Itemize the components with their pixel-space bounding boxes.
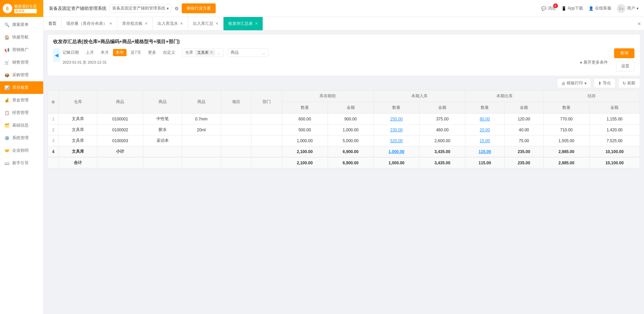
date-filter-this-month[interactable]: 本月 [98, 49, 112, 56]
col-settings-header[interactable]: ⚙ [48, 90, 59, 114]
out-qty-cell[interactable]: 20.00 [465, 125, 505, 135]
query-button[interactable]: 查询 [614, 48, 634, 58]
close-icon[interactable]: ✕ [180, 21, 183, 26]
sales-icon: 🛒 [4, 60, 10, 65]
system-selector[interactable]: 装备及固定资产辅助管理系统 ▾ [109, 4, 172, 13]
date-filter-custom[interactable]: 自定义 [160, 49, 178, 56]
table-actions: 🖨 模板打印 ▾ ⬆ 导出 ↻ 刷新 [48, 78, 640, 88]
remove-warehouse-icon[interactable]: ✕ [210, 50, 213, 55]
phone-icon: 📱 [561, 6, 566, 11]
out-qty-cell[interactable]: 80.00 [465, 114, 505, 125]
main-area: 装备及固定资产辅助管理系统 装备及固定资产辅助管理系统 ▾ ⚙ 体验行业方案 💬… [44, 0, 644, 314]
tab-flow[interactable]: 出入库流水 ✕ [153, 17, 188, 31]
close-icon[interactable]: ✕ [215, 21, 218, 26]
close-icon[interactable]: ✕ [255, 21, 258, 26]
department-cell [251, 114, 282, 125]
in-qty-cell[interactable]: 520.00 [374, 135, 419, 146]
tab-recv-send[interactable]: 收发存汇总表 ✕ [224, 17, 263, 31]
print-button[interactable]: 🖨 模板打印 ▾ [557, 78, 591, 88]
tab-stock-dist[interactable]: 现存量（库存分布表） ✕ [62, 17, 117, 31]
user-menu[interactable]: Ea 用户 ▾ [617, 4, 639, 13]
footer-closing-qty: 2,985.00 [543, 157, 589, 168]
sidebar-item-quick-nav[interactable]: 🏠 快捷导航 [0, 31, 43, 44]
sidebar-item-business[interactable]: 📋 经营管理 [0, 106, 43, 119]
col-opening-header: 库存期初 [282, 90, 374, 102]
sidebar-item-basic[interactable]: 🗂️ 基础信息 [0, 119, 43, 132]
more-product-icon[interactable]: ... [262, 50, 265, 55]
date-filter-last-month[interactable]: 上月 [83, 49, 97, 56]
tab-home[interactable]: 首页 [44, 17, 62, 31]
user-avatar: Ea [617, 4, 626, 13]
print-icon: 🖨 [561, 81, 565, 86]
chevron-down-icon: ▾ [584, 81, 587, 86]
col-closing-header: 结存 [543, 90, 640, 102]
tab-batch[interactable]: 库存批次账 ✕ [117, 17, 153, 31]
closing-qty-cell: 1,505.00 [543, 135, 589, 146]
col-in-header: 本期入库 [374, 90, 465, 102]
subtotal-out-amount: 235.00 [505, 146, 544, 158]
subtotal-opening-qty: 2,100.00 [282, 146, 328, 158]
settings-button[interactable]: 设置 [616, 61, 634, 71]
date-filter-more[interactable]: 更多 [145, 49, 159, 56]
subtotal-out-qty[interactable]: 115.00 [465, 146, 505, 158]
sidebar-item-guide[interactable]: 📖 新手引导 [0, 157, 43, 169]
sidebar-item-search[interactable]: 🔍 搜索菜单 [0, 18, 43, 31]
sidebar-item-finance[interactable]: 💰 资金管理 [0, 94, 43, 106]
finance-icon: 💰 [4, 98, 10, 103]
expand-conditions-button[interactable]: ▾ 展开更多条件 [580, 60, 608, 65]
close-all-tabs-button[interactable]: ✕ [634, 20, 644, 28]
data-table: ⚙ 仓库 商品 商品 商品 项目 部门 库存期初 本期入库 本期出库 结存 数量 [48, 90, 640, 168]
service-icon: 👤 [589, 6, 594, 11]
row-num: 1 [48, 114, 59, 125]
col-opening-amount-header: 金额 [328, 102, 374, 114]
date-filter-7days[interactable]: 近7天 [128, 49, 144, 56]
col-opening-qty-header: 数量 [282, 102, 328, 114]
settings-icon[interactable]: ⚙ [175, 6, 179, 11]
col-closing-qty-header: 数量 [543, 102, 589, 114]
app-download-button[interactable]: 📱 App下载 [561, 5, 583, 11]
close-icon[interactable]: ✕ [145, 21, 148, 26]
trial-button[interactable]: 体验行业方案 [182, 3, 216, 13]
in-qty-cell[interactable]: 230.00 [374, 125, 419, 135]
sidebar-logo: 6 畅捷通好生意 标准版 [0, 0, 43, 17]
subtotal-closing-amount: 10,100.00 [589, 146, 640, 158]
sidebar-item-purchase[interactable]: 📦 采购管理 [0, 69, 43, 81]
tabbar: 首页 现存量（库存分布表） ✕ 库存批次账 ✕ 出入库流水 ✕ 出入库汇总 ✕ … [44, 17, 644, 31]
sidebar-item-marketing[interactable]: 📢 营销推广 [0, 44, 43, 56]
export-button[interactable]: ⬆ 导出 [594, 78, 615, 88]
chevron-down-icon: ▾ [167, 6, 169, 11]
home-icon: 🏠 [4, 35, 10, 40]
marketing-icon: 📢 [4, 48, 10, 52]
message-button[interactable]: 💬 消息 6 [541, 5, 556, 11]
subtotal-in-qty[interactable]: 1,000.00 [374, 146, 419, 158]
row-num: 3 [48, 135, 59, 146]
date-filter-this-year[interactable]: 本年 [113, 49, 127, 56]
subtotal-in-amount: 3,435.00 [419, 146, 465, 158]
online-service-button[interactable]: 👤 在线客服 [589, 5, 611, 11]
footer-empty6 [251, 157, 282, 168]
refresh-icon: ↻ [623, 81, 626, 86]
in-qty-cell[interactable]: 250.00 [374, 114, 419, 125]
product-spec-cell: 20ml [182, 125, 221, 135]
tab-summary[interactable]: 出入库汇总 ✕ [188, 17, 224, 31]
refresh-button[interactable]: ↻ 刷新 [618, 78, 640, 88]
opening-amount-cell: 1,000.00 [328, 125, 374, 135]
opening-qty-cell: 1,000.00 [282, 135, 328, 146]
more-filter-icon[interactable]: ... [217, 50, 220, 55]
enterprise-icon: 🤝 [4, 148, 10, 153]
product-filter[interactable]: 商品 ... [228, 48, 268, 57]
warehouse-filter[interactable]: 仓库 文具库 ✕ ... [182, 48, 224, 57]
close-icon[interactable]: ✕ [109, 21, 112, 26]
closing-qty-cell: 770.00 [543, 114, 589, 125]
subtotal-department [251, 146, 282, 158]
filter-collapse-button[interactable]: ◀ [53, 48, 60, 62]
out-qty-cell[interactable]: 15.00 [465, 135, 505, 146]
product-code-cell: 0100003 [97, 135, 143, 146]
col-in-qty-header: 数量 [374, 102, 419, 114]
sidebar-item-enterprise[interactable]: 🤝 企业协同 [0, 144, 43, 157]
expand-icon: ▾ [580, 60, 582, 65]
opening-qty-cell: 600.00 [282, 114, 328, 125]
sidebar-item-system[interactable]: ⚙️ 系统管理 [0, 132, 43, 144]
sidebar-item-inventory[interactable]: 📊 库存核算 [0, 81, 43, 94]
sidebar-item-sales[interactable]: 🛒 销售管理 [0, 56, 43, 69]
